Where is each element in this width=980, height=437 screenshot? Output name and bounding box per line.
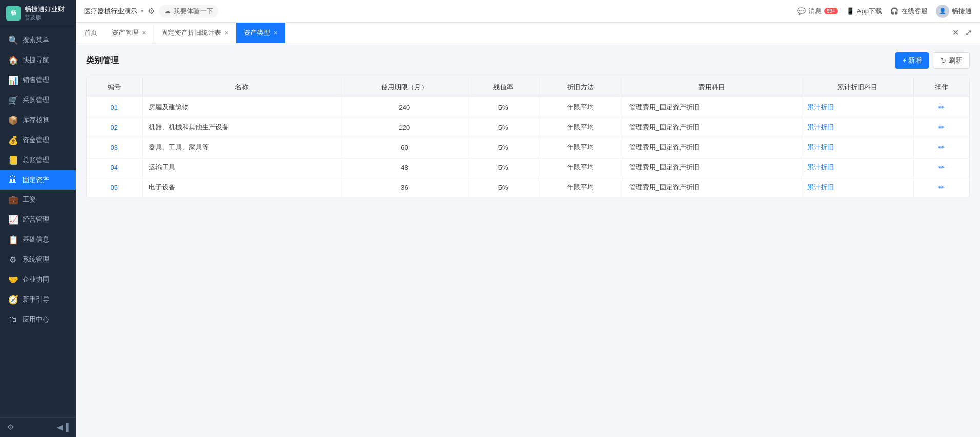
sidebar-item-app-center[interactable]: 🗂应用中心: [0, 310, 76, 329]
tab-close-all-icon[interactable]: ✕: [952, 28, 959, 37]
edit-icon[interactable]: ✏: [938, 183, 945, 191]
header-row: 编号 名称 使用期限（月） 残值率 折旧方法 费用科目 累计折旧科目 操作: [87, 77, 969, 97]
tab-depreciation[interactable]: 固定资产折旧统计表 ✕: [154, 23, 236, 43]
table-row: 01 房屋及建筑物 240 5% 年限平均 管理费用_固定资产折旧 累计折旧 ✏: [87, 97, 969, 117]
cell-name: 电子设备: [142, 177, 341, 197]
sidebar-item-label: 快捷导航: [23, 55, 49, 65]
cell-accum: 累计折旧: [801, 97, 913, 117]
cell-action: ✏: [914, 137, 969, 157]
tabs-bar: 首页 资产管理 ✕ 固定资产折旧统计表 ✕ 资产类型 ✕ ✕ ⤢: [76, 23, 980, 43]
sidebar-nav: 🔍搜索菜单🏠快捷导航📊销售管理🛒采购管理📦库存核算💰资金管理📒总账管理🏛固定资产…: [0, 27, 76, 417]
sidebar-item-search[interactable]: 🔍搜索菜单: [0, 30, 76, 50]
sales-icon: 📊: [8, 75, 17, 85]
edit-icon[interactable]: ✏: [938, 163, 945, 171]
sidebar-item-enterprise[interactable]: 🤝企业协同: [0, 270, 76, 290]
cell-name: 器具、工具、家具等: [142, 137, 341, 157]
tab-depreciation-close[interactable]: ✕: [224, 23, 229, 43]
user-menu[interactable]: 👤 畅捷通: [936, 5, 972, 18]
col-method: 折旧方法: [538, 77, 623, 97]
sidebar-item-capital[interactable]: 💰资金管理: [0, 130, 76, 150]
sidebar-item-guide[interactable]: 🧭新手引导: [0, 290, 76, 310]
edit-icon[interactable]: ✏: [938, 143, 945, 151]
col-action: 操作: [914, 77, 969, 97]
sidebar-item-ledger[interactable]: 📒总账管理: [0, 150, 76, 170]
table-row: 05 电子设备 36 5% 年限平均 管理费用_固定资产折旧 累计折旧 ✏: [87, 177, 969, 197]
sidebar-item-label: 系统管理: [23, 255, 49, 264]
tab-maximize-icon[interactable]: ⤢: [965, 28, 972, 37]
tab-asset-type-close[interactable]: ✕: [273, 23, 278, 43]
company-selector[interactable]: 医疗器械行业演示 ▾: [84, 7, 144, 16]
app-download-btn[interactable]: 📱 App下载: [846, 7, 882, 16]
tab-asset-mgmt-close[interactable]: ✕: [142, 23, 146, 43]
experience-btn[interactable]: ☁ 我要体验一下: [159, 5, 218, 18]
sidebar-item-basic-info[interactable]: 📋基础信息: [0, 230, 76, 250]
cell-name: 机器、机械和其他生产设备: [142, 117, 341, 137]
search-icon: 🔍: [8, 35, 17, 45]
cell-method: 年限平均: [538, 157, 623, 177]
sidebar-item-fixed-assets[interactable]: 🏛固定资产: [0, 170, 76, 190]
cell-accum: 累计折旧: [801, 137, 913, 157]
table-row: 04 运输工具 48 5% 年限平均 管理费用_固定资产折旧 累计折旧 ✏: [87, 157, 969, 177]
sidebar-item-operations[interactable]: 📈经营管理: [0, 210, 76, 230]
page-header: 类别管理 + 新增 ↻ 刷新: [86, 52, 970, 69]
topbar-right: 💬 消息 99+ 📱 App下载 🎧 在线客服 👤 畅捷通: [797, 5, 972, 18]
customer-service-label: 在线客服: [901, 7, 928, 16]
edit-icon[interactable]: ✏: [938, 103, 945, 111]
table-header: 编号 名称 使用期限（月） 残值率 折旧方法 费用科目 累计折旧科目 操作: [87, 77, 969, 97]
cell-period: 60: [341, 137, 468, 157]
operations-icon: 📈: [8, 215, 17, 225]
cell-method: 年限平均: [538, 97, 623, 117]
tab-depreciation-label: 固定资产折旧统计表: [161, 23, 221, 43]
headset-icon: 🎧: [890, 7, 898, 15]
app-edition: 普及版: [25, 14, 65, 22]
sidebar-item-label: 库存核算: [23, 115, 49, 125]
col-accum: 累计折旧科目: [801, 77, 913, 97]
cell-name: 房屋及建筑物: [142, 97, 341, 117]
sidebar-item-salary[interactable]: 💼工资: [0, 190, 76, 210]
sidebar-item-label: 采购管理: [23, 95, 49, 105]
col-name: 名称: [142, 77, 341, 97]
settings-icon[interactable]: ⚙: [7, 423, 14, 432]
new-button[interactable]: + 新增: [895, 52, 929, 69]
table-container: 编号 名称 使用期限（月） 残值率 折旧方法 费用科目 累计折旧科目 操作 01…: [86, 77, 970, 197]
cell-method: 年限平均: [538, 117, 623, 137]
cell-accum: 累计折旧: [801, 177, 913, 197]
cell-id: 03: [87, 137, 142, 157]
cell-id: 01: [87, 97, 142, 117]
sidebar-item-purchase[interactable]: 🛒采购管理: [0, 90, 76, 110]
inventory-icon: 📦: [8, 115, 17, 125]
tab-asset-mgmt-label: 资产管理: [112, 23, 138, 43]
sidebar-footer: ⚙ ◀▐: [0, 417, 76, 437]
basic-info-icon: 📋: [8, 235, 17, 245]
category-table: 编号 名称 使用期限（月） 残值率 折旧方法 费用科目 累计折旧科目 操作 01…: [87, 77, 969, 197]
sidebar-item-label: 新手引导: [23, 295, 49, 304]
system-icon: ⚙: [8, 255, 17, 265]
tab-asset-mgmt[interactable]: 资产管理 ✕: [105, 23, 154, 43]
tab-asset-type[interactable]: 资产类型 ✕: [236, 23, 286, 43]
refresh-button[interactable]: ↻ 刷新: [933, 52, 970, 69]
content-area: 类别管理 + 新增 ↻ 刷新 编号 名称 使用期限（月） 残值率 折旧方法: [76, 43, 980, 437]
ledger-icon: 📒: [8, 155, 17, 165]
cell-period: 36: [341, 177, 468, 197]
edit-icon[interactable]: ✏: [938, 123, 945, 131]
sidebar-header: 畅 畅捷通好业财 普及版: [0, 0, 76, 27]
enterprise-icon: 🤝: [8, 275, 17, 285]
topbar-left: 医疗器械行业演示 ▾ ⚙ ☁ 我要体验一下: [84, 5, 791, 18]
sidebar-item-label: 固定资产: [23, 175, 49, 185]
sidebar-item-label: 经营管理: [23, 215, 49, 224]
company-arrow-icon: ▾: [141, 8, 144, 14]
sidebar-item-quick-nav[interactable]: 🏠快捷导航: [0, 50, 76, 70]
cell-accum: 累计折旧: [801, 117, 913, 137]
tab-home[interactable]: 首页: [84, 23, 105, 43]
fixed-assets-icon: 🏛: [8, 175, 17, 185]
user-name: 畅捷通: [952, 7, 972, 16]
sidebar-item-system[interactable]: ⚙系统管理: [0, 250, 76, 270]
sidebar-item-sales[interactable]: 📊销售管理: [0, 70, 76, 90]
cell-period: 120: [341, 117, 468, 137]
message-btn[interactable]: 💬 消息 99+: [797, 7, 838, 16]
topbar-settings-icon[interactable]: ⚙: [148, 6, 155, 16]
customer-service-btn[interactable]: 🎧 在线客服: [890, 7, 928, 16]
collapse-icon[interactable]: ◀▐: [57, 423, 69, 432]
sidebar-item-inventory[interactable]: 📦库存核算: [0, 110, 76, 130]
cell-expense: 管理费用_固定资产折旧: [623, 177, 801, 197]
